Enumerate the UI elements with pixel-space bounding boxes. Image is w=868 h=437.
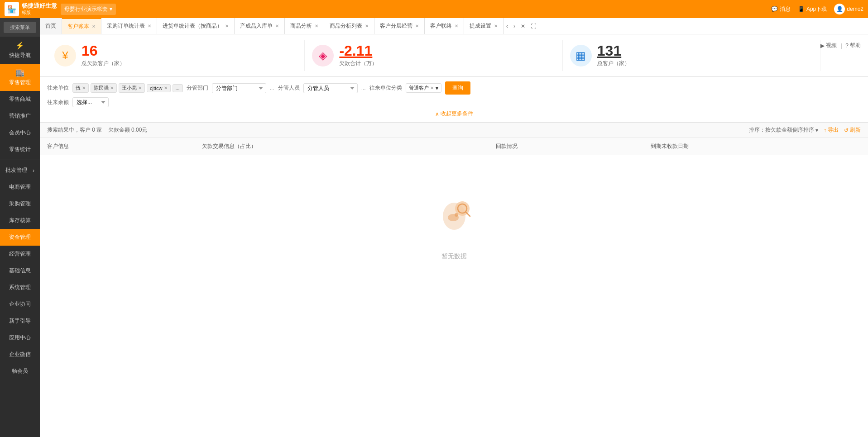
tab-customer-segment-close[interactable]: ✕ [415,24,419,28]
unit-tag-more[interactable]: ... [173,84,183,92]
app-download-button[interactable]: 📱 App下载 [798,5,827,13]
person-filter-label: 分管人员 [278,84,300,92]
sidebar-search-area: 搜索菜单 [0,18,40,37]
tab-customer-contact-close[interactable]: ✕ [455,24,458,28]
unit-category-tag-close[interactable]: ✕ [430,86,434,90]
export-button[interactable]: ↑ 导出 [824,126,839,134]
org-selector[interactable]: 母婴行业演示帐套 ▾ [61,4,116,15]
sidebar-item-label-system: 系统管理 [9,284,31,291]
tab-nav-prev[interactable]: ‹ [504,18,511,34]
unit-filter-tags: 伍 ✕ 陈民强 ✕ 王小亮 ✕ [72,83,183,93]
tab-home[interactable]: 首页 [40,18,62,34]
page-actions: ▶ 视频 | ? 帮助 [820,42,861,49]
video-btn[interactable]: ▶ 视频 [820,42,837,49]
sidebar-item-purchase[interactable]: 采购管理 [0,195,40,212]
unit-tag-wu-close[interactable]: ✕ [82,86,86,90]
message-icon: 💬 [771,6,778,12]
unit-tag-cjttcw[interactable]: cjttcw ✕ [147,84,171,92]
sidebar-item-retail-stats[interactable]: 零售统计 [0,141,40,158]
tab-nav-expand[interactable]: ⛶ [528,18,539,34]
debt-amount: 0.00元 [131,127,147,133]
tab-purchase-order-label: 采购订单统计表 [107,22,145,30]
tab-purchase-stats[interactable]: 进货单统计表（按商品） ✕ [157,18,235,34]
sidebar-item-retail-mall[interactable]: 零售商城 [0,91,40,108]
unit-tag-wang-close[interactable]: ✕ [138,86,142,90]
customer-count: 0 [92,127,95,133]
tab-customer-contact[interactable]: 客户联络 ✕ [425,18,464,34]
results-bar-right: 排序：按欠款金额倒序排序 ▾ ↑ 导出 ↺ 刷新 [749,126,861,134]
tab-purchase-order-close[interactable]: ✕ [148,24,151,28]
sidebar-item-wholesale[interactable]: 批发管理 › [0,162,40,179]
unit-tag-cjttcw-close[interactable]: ✕ [164,86,168,90]
dept-filter-select[interactable]: 分管部门 [212,83,266,93]
tab-purchase-stats-close[interactable]: ✕ [225,24,229,28]
tab-purchase-order[interactable]: 采购订单统计表 ✕ [101,18,157,34]
sidebar-item-vip[interactable]: 畅会员 [0,363,40,380]
tab-product-cost-close[interactable]: ✕ [275,24,279,28]
balance-filter-select[interactable]: 选择... [72,97,109,107]
message-button[interactable]: 💬 消息 [771,5,791,13]
unit-tag-chen-close[interactable]: ✕ [110,86,114,90]
tab-product-analysis-list[interactable]: 商品分析列表 ✕ [324,18,374,34]
sidebar-item-label-fund: 资金管理 [9,233,31,241]
person-more-btn[interactable]: ... [361,85,366,91]
dept-more-btn[interactable]: ... [270,85,274,91]
unit-tag-wu-label: 伍 [76,85,81,91]
tab-promotion-settings-close[interactable]: ✕ [494,24,498,28]
quick-nav-item[interactable]: ⚡ 快捷导航 [0,37,40,64]
sidebar-item-system[interactable]: 系统管理 [0,279,40,296]
sidebar-item-enterprise-wechat[interactable]: 企业微信 [0,346,40,363]
sidebar-item-retail-management[interactable]: 🏬 零售管理 [0,64,40,91]
video-label: 视频 [826,42,837,49]
tab-customer-accounts-close[interactable]: ✕ [92,24,96,29]
sidebar-item-new-guide[interactable]: 新手引导 [0,313,40,329]
tab-customer-segment[interactable]: 客户分层经营 ✕ [374,18,425,34]
sort-label: 排序：按欠款金额倒序排序 [749,126,814,134]
sidebar-item-ecommerce[interactable]: 电商管理 [0,179,40,195]
unit-category-selector[interactable]: 普通客户 ✕ ▾ [406,83,441,93]
sidebar-item-label-retail-stats: 零售统计 [9,146,31,153]
tab-nav-close-all[interactable]: ✕ [518,18,528,34]
collapse-btn[interactable]: ∧ 收起更多条件 [47,110,861,118]
person-filter-select[interactable]: 分管人员 [303,83,358,93]
sidebar-item-basic-info[interactable]: 基础信息 [0,262,40,279]
tab-product-analysis-label: 商品分析 [290,22,312,30]
unit-tag-wang[interactable]: 王小亮 ✕ [119,83,145,93]
sidebar-item-inventory[interactable]: 库存核算 [0,212,40,229]
unit-tag-chen[interactable]: 陈民强 ✕ [91,83,117,93]
tab-product-analysis-close[interactable]: ✕ [315,24,318,28]
help-btn[interactable]: ? 帮助 [845,42,861,49]
user-profile-button[interactable]: 👤 demo2 [834,4,863,14]
sidebar-item-enterprise-coop[interactable]: 企业协同 [0,296,40,313]
col-debt-info: 欠款交易信息（占比） [195,138,489,155]
sidebar-item-label-basic-info: 基础信息 [9,267,31,275]
tab-product-cost[interactable]: 产成品入库单 ✕ [235,18,285,34]
tab-customer-accounts[interactable]: 客户账本 ✕ [62,18,101,34]
tab-product-analysis[interactable]: 商品分析 ✕ [285,18,324,34]
unit-category-label: 往来单位分类 [369,84,402,92]
col-overdue-date: 到期未收款日期 [643,138,868,155]
avatar: 👤 [834,4,845,14]
tab-nav-next[interactable]: › [511,18,518,34]
refresh-button[interactable]: ↺ 刷新 [844,126,861,134]
unit-filter-label: 往来单位 [47,84,69,92]
unit-category-tag-label: 普通客户 [409,85,429,91]
sidebar-item-fund[interactable]: 资金管理 [0,229,40,246]
sidebar-item-member-center[interactable]: 会员中心 [0,124,40,141]
tab-promotion-settings[interactable]: 提成设置 ✕ [464,18,504,34]
logo-sub: 标版 [22,10,57,16]
tab-purchase-stats-label: 进货单统计表（按商品） [163,22,222,30]
search-menu-button[interactable]: 搜索菜单 [4,22,36,33]
tab-bar: 首页 客户账本 ✕ 采购订单统计表 ✕ 进货单统计表（按商品） ✕ 产成品入库单… [40,18,868,34]
tab-home-label: 首页 [45,22,56,30]
tab-product-analysis-list-close[interactable]: ✕ [365,24,369,28]
sidebar-item-label-app-center: 应用中心 [9,334,31,342]
sidebar-item-app-center[interactable]: 应用中心 [0,329,40,346]
sidebar-item-operations[interactable]: 经营管理 [0,246,40,262]
sidebar-item-marketing[interactable]: 营销推广 [0,108,40,124]
unit-category-tag[interactable]: 普通客户 ✕ [409,85,434,91]
query-button[interactable]: 查询 [445,81,470,95]
sort-button[interactable]: 排序：按欠款金额倒序排序 ▾ [749,126,818,134]
filter-row-2: 往来余额 选择... [47,97,861,107]
unit-tag-wu[interactable]: 伍 ✕ [72,83,89,93]
